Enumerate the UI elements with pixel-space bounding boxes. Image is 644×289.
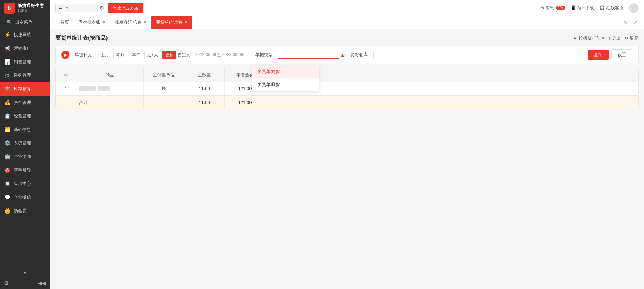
warehouse-input[interactable]	[373, 51, 427, 59]
column-unit: 主计量单位	[144, 68, 184, 82]
refresh-btn[interactable]: ↺ 刷新	[625, 35, 639, 41]
chevron-down-icon: ▾	[602, 36, 604, 41]
filter-expand-btn[interactable]: ▶	[61, 51, 69, 59]
tab-inventory-batch-label: 库存批次账	[78, 19, 100, 25]
message-btn[interactable]: ✉ 消息 99+	[540, 5, 565, 11]
sidebar-item-operations[interactable]: 📋 经营管理	[0, 109, 50, 123]
sidebar-item-member[interactable]: 👑 畅会员	[0, 204, 50, 218]
sidebar-item-inventory[interactable]: 📦 库存核算	[0, 82, 50, 96]
query-btn[interactable]: 查询	[588, 50, 609, 60]
sidebar-item-label: 企业微信	[14, 194, 31, 200]
date-custom-btn[interactable]: 自定义	[178, 52, 190, 58]
tab-close-order-stats[interactable]: ✕	[184, 20, 187, 24]
sidebar-item-guide[interactable]: 🎯 新手引导	[0, 163, 50, 177]
tab-minimize-icon[interactable]: ✕	[622, 19, 629, 26]
filter-divider: |	[248, 52, 249, 58]
type-input-wrap: ▲	[278, 51, 345, 59]
dropdown-item-order-return[interactable]: 要货单退货	[252, 78, 319, 91]
sidebar-item-label: 系统管理	[14, 140, 31, 146]
type-input[interactable]	[278, 51, 339, 59]
row-extra	[265, 82, 638, 95]
system-icon: ⚙️	[4, 140, 11, 147]
sales-icon: 📊	[4, 59, 11, 65]
trial-btn[interactable]: 体验行业方案	[108, 3, 143, 13]
operations-icon: 📋	[4, 113, 11, 119]
sidebar-scroll-down[interactable]: ▼	[0, 269, 50, 277]
warehouse-label: 要货仓库	[350, 52, 368, 58]
sidebar-item-enterprise[interactable]: 🏢 企业协同	[0, 150, 50, 163]
topbar: 41 ▾ ⚙ 体验行业方案 ✉ 消息 99+ 📱 App下载 🎧 在线客服	[50, 0, 644, 16]
sidebar-item-sales[interactable]: 📊 销售管理	[0, 55, 50, 69]
brand-info: 畅捷通好生意 标准版	[18, 3, 44, 13]
footer-empty	[56, 96, 76, 109]
sidebar-item-marketing[interactable]: 📢 营销推广	[0, 42, 50, 55]
export-btn[interactable]: ↑ 导出	[609, 35, 621, 41]
filter-row: ▶ 单据日期 上月 本月 本年 近7天 更多 自定义 2023-05-06 至 …	[61, 49, 633, 60]
sidebar-item-basic-info[interactable]: 🗂️ 基础信息	[0, 123, 50, 136]
date-btn-7days[interactable]: 近7天	[144, 51, 161, 59]
tab-expand-icon[interactable]: ⤢	[631, 19, 639, 26]
footer-label: 合计	[76, 96, 144, 109]
sidebar-search[interactable]: 🔍 搜索菜单	[0, 16, 50, 28]
export-icon: ↑	[609, 36, 611, 41]
app-download-btn[interactable]: 📱 App下载	[571, 5, 594, 11]
sidebar: b 畅捷通好生意 标准版 🔍 搜索菜单 ⚡ 快捷导航 📢 营销推广 📊 销售管理…	[0, 0, 50, 289]
message-badge: 99+	[556, 6, 565, 10]
online-service-btn[interactable]: 🎧 在线客服	[599, 5, 624, 11]
enterprise-icon: 🏢	[4, 153, 11, 160]
sidebar-item-label: 畅会员	[14, 208, 27, 214]
footer-quantity: 11.00	[184, 96, 225, 109]
wechat-icon: 💬	[4, 194, 11, 201]
service-icon: 🎧	[599, 5, 605, 10]
tab-receive-summary[interactable]: 收发存汇总表 ✕	[110, 16, 151, 29]
company-selector[interactable]: 41 ▾	[55, 4, 96, 12]
row-index: 1	[56, 82, 76, 95]
gear-icon[interactable]: ⚙	[99, 5, 104, 11]
refresh-icon: ↺	[625, 36, 628, 41]
column-extra	[265, 68, 638, 82]
purchase-icon: 🛒	[4, 72, 11, 79]
settings-btn[interactable]: 设置	[611, 49, 633, 60]
tab-inventory-batch[interactable]: 库存批次账 ✕	[74, 16, 110, 29]
refresh-label: 刷新	[630, 35, 639, 41]
sidebar-item-system[interactable]: ⚙️ 系统管理	[0, 136, 50, 150]
sidebar-item-purchase[interactable]: 🛒 采购管理	[0, 69, 50, 82]
main-area: 41 ▾ ⚙ 体验行业方案 ✉ 消息 99+ 📱 App下载 🎧 在线客服	[50, 0, 644, 289]
footer-extra	[265, 96, 638, 109]
tab-close-receive-summary[interactable]: ✕	[143, 20, 146, 24]
page-header: 要货单统计表(按商品) 🖨 按模板打印 ▾ ↑ 导出 ↺ 刷新	[55, 35, 639, 42]
date-btn-this-month[interactable]: 本月	[113, 51, 127, 59]
sidebar-item-quick-nav[interactable]: ⚡ 快捷导航	[0, 28, 50, 42]
filter-more-icon[interactable]: ···	[574, 51, 579, 59]
app-center-icon: 🔲	[4, 180, 11, 187]
sidebar-item-app-center[interactable]: 🔲 应用中心	[0, 177, 50, 191]
sidebar-item-label: 新手引导	[14, 167, 31, 173]
topbar-left: 41 ▾ ⚙ 体验行业方案	[55, 3, 540, 13]
date-range-display: 2023-05-06 至 2023-06-06	[195, 52, 243, 58]
basic-info-icon: 🗂️	[4, 126, 11, 133]
filter-actions: 查询 设置	[588, 49, 633, 60]
table-body: 1 块 11.00 121.00	[56, 82, 638, 95]
sidebar-item-label: 应用中心	[14, 181, 31, 187]
sidebar-item-finance[interactable]: 💰 资金管理	[0, 96, 50, 109]
app-download-label: App下载	[577, 5, 594, 11]
tab-home[interactable]: 首页	[55, 16, 74, 29]
sidebar-item-wechat[interactable]: 💬 企业微信	[0, 191, 50, 204]
dropdown-item-order-purchase[interactable]: 要货单要货	[252, 65, 319, 78]
print-btn[interactable]: 🖨 按模板打印 ▾	[573, 35, 604, 41]
member-icon: 👑	[4, 207, 11, 214]
print-label: 按模板打印	[579, 35, 601, 41]
company-selector-text: 41	[59, 5, 64, 10]
message-icon: ✉	[540, 5, 544, 10]
settings-icon[interactable]: ⚙	[4, 280, 9, 286]
date-btn-last-month[interactable]: 上月	[98, 51, 112, 59]
type-chevron-up-icon[interactable]: ▲	[340, 52, 345, 58]
collapse-icon[interactable]: ◀◀	[38, 280, 46, 286]
marketing-icon: 📢	[4, 45, 11, 52]
column-settings[interactable]: ⚙	[56, 68, 76, 82]
tab-close-inventory-batch[interactable]: ✕	[102, 20, 105, 24]
user-avatar[interactable]	[629, 3, 639, 13]
date-btn-more[interactable]: 更多	[162, 51, 176, 59]
tab-order-stats[interactable]: 要货单统计表 ✕	[151, 16, 192, 29]
date-btn-this-year[interactable]: 本年	[129, 51, 143, 59]
